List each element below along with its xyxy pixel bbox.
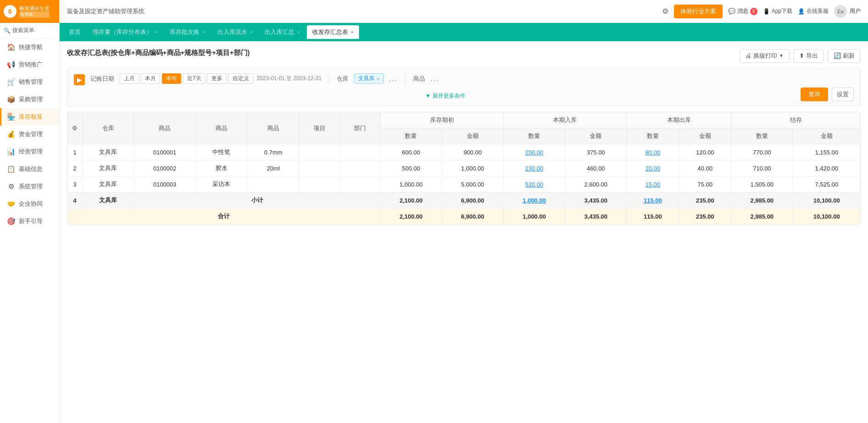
query-button[interactable]: 查询 [801, 88, 828, 101]
print-btn[interactable]: 🖨 换版打印 ▼ [740, 49, 790, 63]
filter-row-2: ▼ 展开更多条件 查询 设置 [90, 88, 854, 101]
tab-inout-flow-close[interactable]: × [250, 29, 253, 35]
sidebar-item-guide[interactable]: 🎯 新手引导 [0, 213, 59, 230]
sidebar-item-quick-nav[interactable]: 🏠 快捷导航 [0, 38, 59, 56]
sidebar-item-purchase[interactable]: 📦 采购管理 [0, 91, 59, 108]
expand-label: 展开更多条件 [432, 92, 465, 100]
subtotal-label: 小计 [134, 192, 380, 209]
tab-inout-summary-label: 出入库汇总 [265, 28, 294, 36]
experience-button[interactable]: 体验行业方案 [674, 5, 723, 18]
settings-icon[interactable]: ⚙ [662, 7, 669, 16]
row-out-qty[interactable]: 80.00 [627, 144, 679, 160]
row-no: 3 [67, 176, 83, 192]
tab-bar: 首页 现存量（库存分布表） × 库存批次账 × 出入库流水 × 出入库汇总 × … [60, 23, 868, 41]
user-area[interactable]: Ea 用户 [834, 5, 861, 18]
settings-small-btn[interactable]: 设置 [832, 88, 854, 101]
tab-batch-voucher[interactable]: 库存批次账 × [164, 25, 210, 39]
tab-inout-summary[interactable]: 出入库汇总 × [259, 25, 305, 39]
sidebar-item-system[interactable]: ⚙ 系统管理 [0, 178, 59, 195]
date-more[interactable]: 更多 [207, 73, 227, 84]
sidebar-item-operation[interactable]: 📊 经营管理 [0, 143, 59, 160]
tab-home[interactable]: 首页 [63, 25, 86, 39]
sidebar-item-inventory[interactable]: 🏪 库存核算 [0, 108, 59, 126]
tab-receive-summary[interactable]: 收发存汇总表 × [307, 25, 359, 39]
goods-more-dots[interactable]: ... [431, 75, 439, 83]
tab-batch-voucher-close[interactable]: × [202, 29, 205, 35]
app-download-btn[interactable]: 📱 App下载 [763, 7, 792, 15]
print-label: 换版打印 [753, 52, 777, 60]
sidebar-item-sales[interactable]: 🛒 销售管理 [0, 73, 59, 91]
row-spec [247, 176, 299, 192]
th-group-end: 结存 [731, 112, 860, 128]
subtotal-out-qty[interactable]: 115.00 [627, 192, 679, 209]
system-icon: ⚙ [7, 182, 15, 191]
row-dept [340, 144, 380, 160]
row-open-amt: 1,000.00 [442, 160, 503, 176]
tab-stock-dist-label: 现存量（库存分布表） [93, 28, 152, 36]
search-label: 搜索菜单 [12, 27, 34, 34]
row-out-qty[interactable]: 20.00 [627, 160, 679, 176]
th-open-amt: 金额 [442, 128, 503, 144]
sidebar-nav: 📢 营销推广 🛒 销售管理 📦 采购管理 🏪 库存核算 💰 资金管理 📊 经营管… [0, 56, 59, 423]
date-custom[interactable]: 自定义 [228, 73, 253, 84]
tab-stock-dist-close[interactable]: × [155, 29, 158, 35]
total-end-amt: 10,100.00 [793, 209, 860, 225]
date-7-days[interactable]: 近7天 [183, 73, 205, 84]
th-out-amt: 金额 [679, 128, 731, 144]
row-name: 胶水 [195, 160, 247, 176]
th-settings[interactable]: ⚙ [67, 112, 83, 144]
export-btn[interactable]: ⬆ 导出 [793, 49, 824, 63]
row-project [299, 144, 340, 160]
sidebar-item-cooperation[interactable]: 🤝 企业协同 [0, 195, 59, 213]
filter-arrow[interactable]: ▶ [74, 74, 85, 85]
column-settings-icon[interactable]: ⚙ [72, 125, 77, 132]
warehouse-more-dots[interactable]: ... [389, 75, 398, 83]
cooperation-label: 企业协同 [19, 200, 43, 208]
filter-divider-2 [405, 74, 406, 83]
th-code: 商品 [134, 112, 195, 144]
service-icon: 👤 [798, 8, 805, 15]
message-wrap[interactable]: 💬 消息 6 [728, 7, 757, 15]
tab-inout-flow[interactable]: 出入库流水 × [212, 25, 258, 39]
row-code: 0100001 [134, 144, 195, 160]
date-this-month[interactable]: 本月 [141, 73, 160, 84]
warehouse-tag-close[interactable]: × [376, 76, 379, 82]
date-last-month[interactable]: 上月 [120, 73, 139, 84]
sidebar-search[interactable]: 🔍 搜索菜单 [0, 23, 59, 38]
row-out-amt: 75.00 [679, 176, 731, 192]
row-in-qty[interactable]: 250.00 [503, 144, 565, 160]
th-group-open: 库存期初 [380, 112, 503, 128]
row-in-qty[interactable]: 230.00 [503, 160, 565, 176]
date-this-year[interactable]: 本年 [162, 73, 181, 84]
row-in-qty[interactable]: 520.00 [503, 176, 565, 192]
row-in-amt: 460.00 [565, 160, 626, 176]
sidebar-item-finance[interactable]: 💰 资金管理 [0, 126, 59, 143]
logo-badge: 标准版 [19, 11, 50, 18]
tab-inout-summary-close[interactable]: × [297, 29, 300, 35]
subtotal-warehouse: 文具库 [83, 192, 134, 209]
tab-stock-dist[interactable]: 现存量（库存分布表） × [87, 25, 163, 39]
row-dept [340, 160, 380, 176]
inventory-label: 库存核算 [19, 113, 43, 121]
row-out-qty[interactable]: 15.00 [627, 176, 679, 192]
tab-receive-summary-close[interactable]: × [351, 29, 354, 35]
purchase-icon: 📦 [7, 95, 15, 104]
quick-nav-label: 快捷导航 [19, 43, 43, 51]
online-service-btn[interactable]: 👤 在线客服 [798, 7, 829, 15]
sidebar-item-base[interactable]: 📋 基础信息 [0, 160, 59, 178]
purchase-label: 采购管理 [19, 95, 43, 104]
th-group-out: 本期出库 [627, 112, 731, 128]
sidebar-item-marketing[interactable]: 📢 营销推广 [0, 56, 59, 73]
row-open-qty: 600.00 [380, 144, 442, 160]
total-open-amt: 6,900.00 [442, 209, 503, 225]
subtotal-in-qty[interactable]: 1,000.00 [503, 192, 565, 209]
sidebar-logo: 6 畅捷通好生意 标准版 [0, 0, 59, 23]
guide-label: 新手引导 [19, 217, 43, 225]
filter-row-1: 记账日期 上月 本月 本年 近7天 更多 自定义 2023-01-01 至 20… [90, 73, 854, 84]
refresh-btn[interactable]: 🔄 刷新 [828, 49, 861, 63]
th-open-qty: 数量 [380, 128, 442, 144]
expand-btn[interactable]: ▼ 展开更多条件 [426, 92, 466, 100]
th-in-amt: 金额 [565, 128, 626, 144]
tab-batch-voucher-label: 库存批次账 [170, 28, 199, 36]
tab-home-label: 首页 [69, 28, 81, 36]
